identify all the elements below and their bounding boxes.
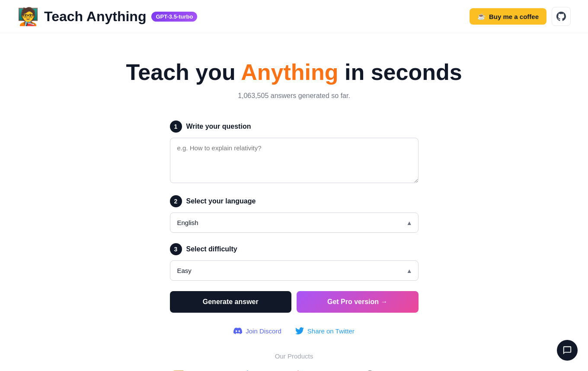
step3-number: 3 [170, 243, 182, 255]
discord-link[interactable]: Join Discord [233, 327, 281, 335]
header: 🧑‍🏫 Teach Anything GPT-3.5-turbo ☕ Buy m… [0, 0, 588, 33]
social-links: Join Discord Share on Twitter [170, 327, 419, 335]
buttons-row: Generate answer Get Pro version → [170, 291, 419, 313]
get-pro-button[interactable]: Get Pro version → [297, 291, 419, 313]
step1-label: 1 Write your question [170, 120, 419, 133]
buy-coffee-button[interactable]: ☕ Buy me a coffee [470, 8, 546, 25]
step2-text: Select your language [186, 197, 256, 205]
github-button[interactable] [552, 7, 571, 26]
chat-bubble-icon [562, 346, 572, 355]
step3-label: 3 Select difficulty [170, 243, 419, 255]
hero-title-part2: in seconds [339, 60, 462, 85]
question-textarea[interactable] [170, 138, 419, 183]
step2-number: 2 [170, 195, 182, 207]
step1-text: Write your question [186, 123, 251, 130]
header-right: ☕ Buy me a coffee [470, 7, 571, 26]
twitter-link[interactable]: Share on Twitter [295, 327, 355, 335]
chat-bubble-button[interactable] [557, 340, 578, 361]
app-title: Teach Anything [44, 9, 146, 25]
step3-text: Select difficulty [186, 245, 237, 253]
products-title: Our Products [170, 352, 419, 360]
step1-number: 1 [170, 120, 182, 133]
generate-answer-button[interactable]: Generate answer [170, 291, 292, 313]
discord-icon [233, 327, 242, 335]
hero-title-highlight: Anything [241, 60, 338, 85]
step3-group: 3 Select difficulty Easy Medium Hard ▲ [170, 243, 419, 281]
logo-emoji: 🧑‍🏫 [17, 8, 39, 25]
our-products-section: Our Products [170, 352, 419, 360]
step2-group: 2 Select your language English Spanish F… [170, 195, 419, 233]
hero-title: Teach you Anything in seconds [126, 59, 462, 85]
difficulty-select-wrapper: Easy Medium Hard ▲ [170, 260, 419, 281]
gpt-badge: GPT-3.5-turbo [151, 12, 197, 22]
language-select-wrapper: English Spanish French German Chinese Ja… [170, 212, 419, 233]
main-content: Teach you Anything in seconds 1,063,505 … [0, 33, 588, 371]
step2-label: 2 Select your language [170, 195, 419, 207]
twitter-icon [295, 327, 304, 335]
header-left: 🧑‍🏫 Teach Anything GPT-3.5-turbo [17, 8, 197, 25]
discord-label: Join Discord [246, 327, 281, 335]
language-select[interactable]: English Spanish French German Chinese Ja… [170, 212, 419, 233]
form-container: 1 Write your question 2 Select your lang… [170, 120, 419, 371]
step1-group: 1 Write your question [170, 120, 419, 185]
difficulty-select[interactable]: Easy Medium Hard [170, 260, 419, 281]
twitter-label: Share on Twitter [307, 327, 355, 335]
github-icon [556, 12, 566, 21]
answers-count: 1,063,505 answers generated so far. [238, 92, 350, 100]
hero-title-part1: Teach you [126, 60, 241, 85]
